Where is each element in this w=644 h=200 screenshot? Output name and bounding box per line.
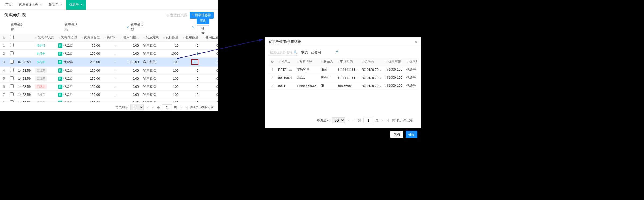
prev-page-icon[interactable]: < xyxy=(353,119,356,122)
contact: 张 xyxy=(319,82,335,90)
method: 客户领取 xyxy=(141,58,161,67)
modal-page-number-input[interactable] xyxy=(363,118,373,123)
col-type[interactable]: 优惠券类型 xyxy=(61,35,77,39)
face-value: 150.00 xyxy=(79,91,102,99)
table-row[interactable]: 8 14 23:59 待发布 代代金券 150.00 -- 0.00 客户领取 … xyxy=(0,99,218,102)
col-phone[interactable]: 电话号码 xyxy=(340,60,353,63)
col-code[interactable]: 优惠码 xyxy=(364,60,374,63)
search-button[interactable]: 查询 xyxy=(197,17,209,24)
use-qty: 0 xyxy=(201,67,218,75)
claim-count-link[interactable]: 1 xyxy=(197,52,198,56)
col-type[interactable]: 优惠券类 xyxy=(409,60,417,63)
first-page-icon[interactable]: |< xyxy=(347,119,351,122)
row-time: 14 23:59 xyxy=(16,99,33,102)
row-time: 14 23:59 xyxy=(16,83,33,91)
table-row[interactable]: 6 14 23:59 已终止 代代金券 150.00 -- 0.00 客户领取 … xyxy=(0,83,218,91)
col-claim[interactable]: 领用数量 xyxy=(185,35,198,39)
table-row[interactable]: 3 07 23:59 执行中 代代金券 200.00 -- 1000.00 客户… xyxy=(0,58,218,67)
col-cust-no[interactable]: 客户... xyxy=(281,60,290,63)
usage-records-modal: 优惠券领用/使用记录 ✕ 🔍 状态 已使用 ᐯ ⚙ xyxy=(265,37,421,128)
gear-column[interactable]: ⚙ xyxy=(269,58,276,66)
table-row[interactable]: 1 待执行 代代金券 50.00 -- 0.00 客户领取 10 0 0 ⇱ ▦ xyxy=(0,42,218,50)
modal-page-size-select[interactable]: 50 xyxy=(332,117,345,123)
table-row[interactable]: 2 00010001 北京1 唐先生 11111111111 2019120 7… xyxy=(269,74,417,82)
col-face[interactable]: 优惠券面值 xyxy=(84,35,100,39)
cust-no: RETAIL... xyxy=(276,66,294,74)
col-use[interactable]: 使用数量 xyxy=(205,35,218,39)
close-icon[interactable]: ✕ xyxy=(414,40,417,44)
col-method[interactable]: 发放方式 xyxy=(146,35,159,39)
last-page-icon[interactable]: >| xyxy=(184,106,188,109)
col-subject[interactable]: 优惠主题 xyxy=(388,60,401,63)
prev-page-icon[interactable]: < xyxy=(152,106,155,109)
confirm-button[interactable]: 确定 xyxy=(406,131,417,138)
filter-type-label: 优惠券类型 xyxy=(131,23,146,32)
filter-name-input[interactable] xyxy=(28,24,63,30)
threshold: 0.00 xyxy=(118,50,141,58)
next-page-icon[interactable]: > xyxy=(381,119,384,122)
row-time: 07 23:59 xyxy=(16,58,33,67)
per-page-label: 每页显示 xyxy=(115,105,128,110)
tab[interactable]: 优惠券详情页✕ xyxy=(16,0,45,10)
modal-status-select[interactable]: 已使用 ᐯ xyxy=(311,50,338,55)
table-row[interactable]: 3 0001 17666666666 张 156 6666 ... 201912… xyxy=(269,82,417,90)
col-threshold[interactable]: 使用门槛... xyxy=(123,35,139,39)
table-row[interactable]: 2 执行中 代代金券 100.00 -- 0.00 客户领取 1000 1 0 … xyxy=(0,50,218,58)
col-issue[interactable]: 发行数量 xyxy=(166,35,179,39)
issue-qty: 100 xyxy=(161,67,181,75)
chevron-down-icon: ᐯ xyxy=(127,26,129,29)
cancel-button[interactable]: 取消 xyxy=(390,131,403,138)
row-checkbox[interactable] xyxy=(10,60,14,64)
search-icon[interactable]: 🔍 xyxy=(294,50,298,54)
col-status[interactable]: 优惠券状态 xyxy=(38,35,54,39)
tab[interactable]: 首页 xyxy=(2,0,15,10)
row-checkbox[interactable] xyxy=(10,51,14,55)
table-row[interactable]: 1 RETAIL... 零散客户 张三 11111111111 2019120 … xyxy=(269,66,417,74)
filter-type-select[interactable] xyxy=(148,26,190,28)
table-row[interactable]: 5 14 23:59 已过期 代代金券 150.00 -- 0.00 客户领取 … xyxy=(0,75,218,83)
row-index: 7 xyxy=(0,91,8,99)
coupon-table: ⚙ ⇅优惠券状态 ⇅优惠券类型 ⇅优惠券面值 ⇅折扣% ⇅使用门槛... ⇅发放… xyxy=(0,34,218,102)
main-panel: 首页优惠券详情页✕销货单✕优惠券✕ 优惠券列表 ⎘ 发放优惠券 + 新增优惠券 … xyxy=(0,0,218,111)
row-index: 1 xyxy=(269,66,276,74)
select-all-checkbox[interactable] xyxy=(10,35,14,39)
row-index: 5 xyxy=(0,75,8,83)
page-size-select[interactable]: 50 xyxy=(130,104,144,110)
coupon-type: 代代金券 xyxy=(58,60,73,64)
col-cust-name[interactable]: 客户名称 xyxy=(299,60,312,63)
tab[interactable]: 销货单✕ xyxy=(46,0,66,10)
filter-status-select[interactable] xyxy=(83,26,125,28)
chevron-down-icon: ᐯ xyxy=(336,50,338,55)
col-discount[interactable]: 折扣% xyxy=(107,35,116,39)
tab[interactable]: 优惠券✕ xyxy=(66,0,86,10)
row-checkbox[interactable] xyxy=(10,100,14,102)
row-checkbox[interactable] xyxy=(10,84,14,88)
next-page-icon[interactable]: > xyxy=(179,106,182,109)
cust-no: 00010001 xyxy=(276,74,294,82)
last-page-icon[interactable]: >| xyxy=(386,119,390,122)
first-page-icon[interactable]: |< xyxy=(146,106,150,109)
issue-qty: 100 xyxy=(161,75,181,83)
claim-qty: 0 xyxy=(181,83,201,91)
close-icon[interactable]: ✕ xyxy=(60,3,62,6)
row-checkbox[interactable] xyxy=(10,68,14,72)
method: 客户领取 xyxy=(141,50,161,58)
table-row[interactable]: 4 14 23:59 已过期 代代金券 150.00 -- 0.00 客户领取 … xyxy=(0,67,218,75)
row-checkbox[interactable] xyxy=(10,76,14,80)
face-value: 100.00 xyxy=(79,50,102,58)
close-icon[interactable]: ✕ xyxy=(81,3,83,6)
phone: 156 6666 ... xyxy=(335,82,359,90)
row-checkbox[interactable] xyxy=(10,92,14,96)
page-number-input[interactable] xyxy=(162,104,172,110)
row-checkbox[interactable] xyxy=(10,43,14,47)
tab-bar: 首页优惠券详情页✕销货单✕优惠券✕ xyxy=(0,0,218,10)
row-index: 2 xyxy=(269,74,276,82)
coupon-table-wrap[interactable]: ⚙ ⇅优惠券状态 ⇅优惠券类型 ⇅优惠券面值 ⇅折扣% ⇅使用门槛... ⇅发放… xyxy=(0,34,218,102)
gear-column[interactable]: ⚙ xyxy=(0,34,8,42)
table-row[interactable]: 7 14 23:59 待发布 代代金券 150.00 -- 0.00 客户领取 … xyxy=(0,91,218,99)
col-contact[interactable]: 联系人 xyxy=(323,60,333,63)
issue-coupon-button[interactable]: ⎘ 发放优惠券 xyxy=(167,13,187,18)
claim-count-highlighted[interactable]: 3 xyxy=(191,59,198,65)
coupon-code: 2019120 70... xyxy=(359,82,383,90)
close-icon[interactable]: ✕ xyxy=(40,3,42,6)
